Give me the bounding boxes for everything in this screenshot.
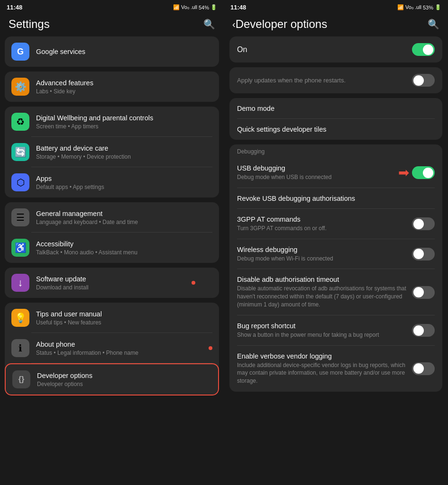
apply-updates-knob: [413, 75, 424, 86]
about-phone-text: About phone Status • Legal information •…: [36, 340, 205, 357]
apps-subtitle: Default apps • App settings: [36, 184, 212, 190]
software-group: ↓ Software update Download and install: [5, 268, 219, 298]
software-update-item[interactable]: ↓ Software update Download and install: [5, 268, 219, 298]
usb-debugging-item[interactable]: USB debugging Debug mode when USB is con…: [229, 158, 442, 188]
about-phone-title: About phone: [36, 340, 205, 349]
tips-subtitle: Useful tips • New features: [36, 319, 212, 326]
on-toggle-knob: [423, 45, 433, 55]
bug-report-title: Bug report shortcut: [237, 322, 407, 330]
demo-mode-item[interactable]: Demo mode: [229, 98, 442, 119]
battery-care-item[interactable]: 🔄 Battery and device care Storage • Memo…: [5, 137, 219, 167]
settings-list: G Google services ⚙️ Advanced features L…: [0, 36, 224, 485]
usb-debugging-subtitle: Debug mode when USB is connected: [237, 173, 393, 181]
search-button-left[interactable]: 🔍: [203, 18, 215, 30]
disable-adb-toggle[interactable]: [412, 286, 435, 299]
debugging-label: Debugging: [229, 144, 442, 158]
revoke-usb-title: Revoke USB debugging authorisations: [237, 195, 430, 202]
time-right: 11:48: [230, 4, 246, 11]
disable-adb-title: Disable adb authorisation timeout: [237, 276, 407, 283]
advanced-features-text: Advanced features Labs • Side key: [36, 79, 212, 95]
accessibility-title: Accessibility: [36, 240, 212, 249]
about-phone-subtitle: Status • Legal information • Phone name: [36, 350, 205, 356]
wireless-debugging-item[interactable]: Wireless debugging Debug mode when Wi-Fi…: [229, 239, 442, 269]
about-dot: [209, 346, 212, 350]
demo-mode-title: Demo mode: [237, 105, 430, 112]
battery-care-icon: 🔄: [11, 143, 29, 161]
search-button-right[interactable]: 🔍: [428, 18, 439, 30]
left-panel: 11:48 📶 Vo₀ .ull 54% 🔋 Settings 🔍 G Goog…: [0, 0, 224, 485]
settings-header: Settings 🔍: [0, 13, 224, 36]
on-toggle[interactable]: [412, 43, 435, 56]
status-bar-left: 11:48 📶 Vo₀ .ull 54% 🔋: [0, 0, 224, 13]
google-services-title: Google services: [36, 47, 212, 56]
google-icon: G: [11, 43, 29, 61]
usb-debugging-toggle[interactable]: [412, 166, 435, 179]
wireless-debugging-title: Wireless debugging: [237, 246, 407, 253]
disable-adb-knob: [413, 287, 424, 297]
developer-options-subtitle: Developer options: [37, 381, 211, 387]
verbose-logging-title: Enable verbose vendor logging: [237, 352, 407, 360]
right-panel: 11:48 📶 Vo₀ .ull 53% 🔋 ‹ Developer optio…: [224, 0, 448, 485]
apps-item[interactable]: ⬡ Apps Default apps • App settings: [5, 167, 219, 198]
status-bar-right: 11:48 📶 Vo₀ .ull 53% 🔋: [224, 0, 448, 13]
battery-pct-right: 53%: [423, 5, 433, 10]
misc-group: 💡 Tips and user manual Useful tips • New…: [5, 303, 219, 395]
developer-options-item[interactable]: {} Developer options Developer options: [5, 363, 219, 395]
apps-text: Apps Default apps • App settings: [36, 174, 212, 191]
quick-settings-title: Quick settings developer tiles: [237, 126, 430, 133]
digital-wellbeing-subtitle: Screen time • App timers: [36, 123, 212, 130]
quick-settings-item[interactable]: Quick settings developer tiles: [229, 119, 442, 140]
software-update-text: Software update Download and install: [36, 275, 212, 291]
tips-text: Tips and user manual Useful tips • New f…: [36, 310, 212, 326]
usb-debugging-knob: [423, 168, 433, 178]
google-services-item[interactable]: G Google services: [5, 36, 219, 67]
3gpp-item[interactable]: 3GPP AT commands Turn 3GPP AT commands o…: [229, 209, 442, 239]
dev-options-title: Developer options: [236, 18, 428, 31]
digital-wellbeing-icon: ♻: [11, 113, 29, 131]
apps-title: Apps: [36, 174, 212, 183]
apply-updates-toggle[interactable]: [412, 74, 435, 87]
time-left: 11:48: [7, 4, 22, 11]
general-management-item[interactable]: ☰ General management Language and keyboa…: [5, 202, 219, 233]
usb-debugging-title: USB debugging: [237, 164, 393, 172]
bug-report-knob: [413, 325, 424, 336]
battery-care-title: Battery and device care: [36, 144, 212, 153]
revoke-usb-item[interactable]: Revoke USB debugging authorisations: [229, 188, 442, 209]
disable-adb-text: Disable adb authorisation timeout Disabl…: [237, 276, 412, 308]
advanced-features-item[interactable]: ⚙️ Advanced features Labs • Side key: [5, 72, 219, 102]
usb-arrow: ➡: [398, 165, 409, 180]
general-management-icon: ☰: [11, 208, 29, 226]
accessibility-item[interactable]: ♿ Accessibility TalkBack • Mono audio • …: [5, 233, 219, 263]
usb-debugging-text: USB debugging Debug mode when USB is con…: [237, 164, 398, 181]
about-phone-item[interactable]: ℹ About phone Status • Legal information…: [5, 333, 219, 363]
advanced-features-icon: ⚙️: [11, 78, 29, 96]
verbose-logging-text: Enable verbose vendor logging Include ad…: [237, 352, 412, 385]
software-update-title: Software update: [36, 275, 212, 284]
apply-updates-item[interactable]: Apply updates when the phone restarts.: [229, 67, 442, 93]
digital-wellbeing-item[interactable]: ♻ Digital Wellbeing and parental control…: [5, 107, 219, 137]
general-management-text: General management Language and keyboard…: [36, 209, 212, 226]
wellbeing-group: ♻ Digital Wellbeing and parental control…: [5, 107, 219, 198]
disable-adb-item[interactable]: Disable adb authorisation timeout Disabl…: [229, 269, 442, 315]
signal-icons-left: 📶 Vo₀ .ull: [173, 4, 197, 10]
accessibility-text: Accessibility TalkBack • Mono audio • As…: [36, 240, 212, 256]
3gpp-toggle[interactable]: [412, 217, 435, 230]
3gpp-text: 3GPP AT commands Turn 3GPP AT commands o…: [237, 216, 412, 233]
digital-wellbeing-text: Digital Wellbeing and parental controls …: [36, 114, 212, 130]
accessibility-subtitle: TalkBack • Mono audio • Assistant menu: [36, 249, 212, 256]
verbose-logging-item[interactable]: Enable verbose vendor logging Include ad…: [229, 346, 442, 392]
general-group: ☰ General management Language and keyboa…: [5, 202, 219, 263]
verbose-logging-toggle[interactable]: [412, 362, 435, 375]
bug-report-toggle[interactable]: [412, 324, 435, 337]
settings-title: Settings: [9, 18, 50, 31]
google-services-text: Google services: [36, 47, 212, 56]
3gpp-knob: [413, 219, 424, 229]
tips-item[interactable]: 💡 Tips and user manual Useful tips • New…: [5, 303, 219, 333]
back-button[interactable]: ‹: [232, 19, 236, 30]
disable-adb-subtitle: Disable automatic revocation of adb auth…: [237, 285, 407, 308]
battery-icon-right: 🔋: [435, 4, 441, 10]
wireless-debugging-toggle[interactable]: [412, 248, 435, 260]
digital-wellbeing-title: Digital Wellbeing and parental controls: [36, 114, 212, 123]
bug-report-item[interactable]: Bug report shortcut Show a button in the…: [229, 315, 442, 346]
developer-options-title: Developer options: [37, 371, 211, 380]
